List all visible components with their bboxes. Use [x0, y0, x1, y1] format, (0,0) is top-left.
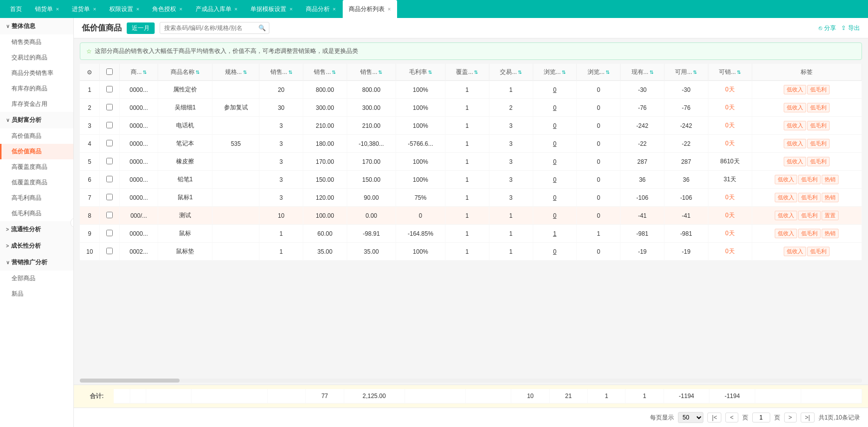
col-coverage[interactable]: 覆盖...⇅ — [445, 64, 489, 81]
sidebar-item-low-coverage[interactable]: 低覆盖度商品 — [0, 175, 73, 190]
sort-available-icon[interactable]: ⇅ — [693, 69, 697, 75]
nav-product-inbound[interactable]: 产成品入库单 × — [190, 0, 243, 18]
page-size-select[interactable]: 50 100 200 — [678, 412, 703, 423]
col-sellable[interactable]: 可销...⇅ — [708, 64, 752, 81]
col-settings[interactable]: ⚙ — [80, 64, 100, 81]
row-checkbox[interactable] — [106, 86, 113, 92]
close-template-icon[interactable]: × — [289, 6, 292, 12]
sort-sellable-icon[interactable]: ⇅ — [737, 69, 741, 75]
close-purchase-order-icon[interactable]: × — [93, 6, 96, 12]
row-checkbox[interactable] — [106, 230, 113, 236]
col-sale-price[interactable]: 销售...⇅ — [303, 64, 347, 81]
sort-spec-icon[interactable]: ⇅ — [243, 69, 247, 75]
close-permission-icon[interactable]: × — [136, 6, 139, 12]
page-number-input[interactable] — [752, 413, 770, 423]
row-checkbox[interactable] — [106, 248, 113, 254]
col-views1[interactable]: 浏览...⇅ — [533, 64, 577, 81]
sort-name-icon[interactable]: ⇅ — [196, 69, 200, 75]
next-page-button[interactable]: > — [784, 413, 797, 423]
search-icon[interactable]: 🔍 — [258, 24, 266, 31]
col-sale-amount[interactable]: 销售...⇅ — [347, 64, 396, 81]
nav-permission-settings[interactable]: 权限设置 × — [103, 0, 145, 18]
sidebar-group-marketing[interactable]: ∨ 营销推广分析 — [0, 254, 73, 271]
sort-stock-icon[interactable]: ⇅ — [650, 69, 653, 75]
sidebar-item-new-products[interactable]: 新品 — [0, 286, 73, 302]
col-transaction[interactable]: 交易...⇅ — [489, 64, 533, 81]
sidebar-item-traded-products[interactable]: 交易过的商品 — [0, 50, 73, 65]
col-views2[interactable]: 浏览...⇅ — [577, 64, 621, 81]
sidebar-item-low-margin[interactable]: 低毛利商品 — [0, 206, 73, 221]
col-code[interactable]: 商...⇅ — [120, 64, 158, 81]
row-views1-link[interactable]: 0 — [553, 122, 557, 129]
row-views1-link[interactable]: 0 — [553, 86, 557, 93]
last-page-button[interactable]: >| — [801, 413, 815, 423]
share-button[interactable]: ⎋ 分享 — [819, 24, 836, 32]
col-sale-qty[interactable]: 销售...⇅ — [259, 64, 303, 81]
sort-price-icon[interactable]: ⇅ — [332, 69, 336, 75]
sidebar-item-sales-products[interactable]: 销售类商品 — [0, 34, 73, 50]
row-checkbox[interactable] — [106, 140, 113, 146]
sidebar-group-liquidity[interactable]: > 流通性分析 — [0, 221, 73, 238]
sidebar-item-stock-capital[interactable]: 库存资金占用 — [0, 96, 73, 112]
sort-views2-icon[interactable]: ⇅ — [606, 69, 610, 75]
row-checkbox[interactable] — [106, 104, 113, 110]
row-views1-link[interactable]: 0 — [553, 158, 557, 165]
nav-template-settings[interactable]: 单据模板设置 × — [244, 0, 298, 18]
nav-product-analysis-list[interactable]: 商品分析列表 × — [343, 0, 397, 18]
row-checkbox[interactable] — [106, 158, 113, 164]
row-checkbox[interactable] — [106, 212, 113, 218]
sidebar-item-low-value[interactable]: 低价值商品 — [0, 144, 73, 159]
close-analysis-list-icon[interactable]: × — [388, 6, 391, 12]
sort-views1-icon[interactable]: ⇅ — [562, 69, 566, 75]
close-product-inbound-icon[interactable]: × — [234, 6, 237, 12]
sidebar-item-high-coverage[interactable]: 高覆盖度商品 — [0, 159, 73, 175]
first-page-button[interactable]: |< — [707, 413, 721, 423]
close-product-analysis-icon[interactable]: × — [333, 6, 336, 12]
row-views1-link[interactable]: 0 — [553, 140, 557, 147]
row-views1-link[interactable]: 0 — [553, 248, 557, 255]
col-gross-margin[interactable]: 毛利率⇅ — [396, 64, 445, 81]
sidebar-item-all-products[interactable]: 全部商品 — [0, 271, 73, 286]
nav-home[interactable]: 首页 — [4, 0, 28, 18]
nav-sales-order[interactable]: 销货单 × — [29, 0, 65, 18]
row-checkbox[interactable] — [106, 122, 113, 128]
nav-product-analysis[interactable]: 商品分析 × — [300, 0, 342, 18]
close-role-auth-icon[interactable]: × — [179, 6, 182, 12]
sort-coverage-icon[interactable]: ⇅ — [474, 69, 478, 75]
close-sales-order-icon[interactable]: × — [56, 6, 59, 12]
sidebar-group-overview[interactable]: ∨ 整体信息 — [0, 18, 73, 34]
nav-purchase-order[interactable]: 进货单 × — [66, 0, 102, 18]
scrollbar-thumb[interactable] — [80, 379, 180, 383]
row-checkbox[interactable] — [106, 176, 113, 182]
sort-margin-icon[interactable]: ⇅ — [428, 69, 432, 75]
row-views1-link[interactable]: 0 — [553, 176, 557, 183]
sidebar-item-high-margin[interactable]: 高毛利商品 — [0, 190, 73, 206]
row-views1-link[interactable]: 0 — [553, 212, 557, 219]
row-views1-link[interactable]: 1 — [553, 230, 557, 237]
nav-role-auth[interactable]: 角色授权 × — [146, 0, 188, 18]
sidebar-item-category-sales-rate[interactable]: 商品分类销售率 — [0, 65, 73, 81]
col-current-stock[interactable]: 现有...⇅ — [621, 64, 664, 81]
time-filter-button[interactable]: 近一月 — [127, 22, 155, 34]
search-input[interactable] — [160, 22, 269, 34]
col-name[interactable]: 商品名称⇅ — [158, 64, 212, 81]
sidebar-group-growth[interactable]: > 成长性分析 — [0, 238, 73, 254]
prev-page-button[interactable]: < — [725, 413, 738, 423]
sort-code-icon[interactable]: ⇅ — [143, 69, 147, 75]
select-all-checkbox[interactable] — [106, 68, 113, 75]
sidebar-item-in-stock-products[interactable]: 有库存的商品 — [0, 81, 73, 96]
col-checkbox[interactable] — [100, 64, 120, 81]
horizontal-scrollbar[interactable] — [80, 379, 862, 383]
sidebar-group-wealth[interactable]: ∨ 员财富分析 — [0, 112, 73, 128]
row-checkbox[interactable] — [106, 194, 113, 200]
total-sale-price: 2,125.00 — [344, 389, 405, 404]
row-views1-link[interactable]: 0 — [553, 104, 557, 111]
row-views1-link[interactable]: 0 — [553, 194, 557, 201]
export-button[interactable]: ⇪ 导出 — [841, 24, 860, 32]
sidebar-item-high-value[interactable]: 高价值商品 — [0, 128, 73, 144]
col-spec[interactable]: 规格...⇅ — [213, 64, 259, 81]
sort-qty-icon[interactable]: ⇅ — [288, 69, 292, 75]
sort-amount-icon[interactable]: ⇅ — [378, 69, 382, 75]
col-available-stock[interactable]: 可用...⇅ — [664, 64, 708, 81]
sort-transaction-icon[interactable]: ⇅ — [518, 69, 522, 75]
